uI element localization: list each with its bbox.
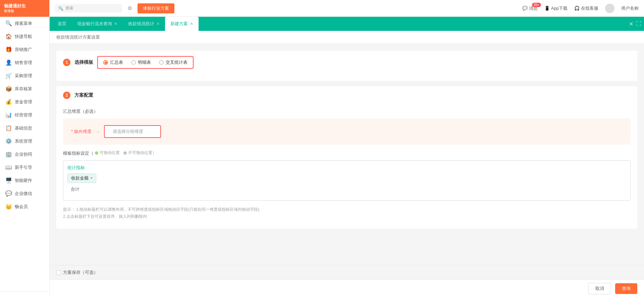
tab-new-plan[interactable]: 新建方案✕ [165,17,199,31]
quick-nav-icon: 🏠 [5,33,12,40]
username: 用户名称 [621,5,639,11]
logo-text: 畅捷通好生 [4,3,26,9]
search-icon: 🔍 [58,6,63,11]
draggable-dot [95,151,98,155]
metrics-label: 模板指标设定（ 可拖动位置 不可拖动位置） [63,150,156,156]
sidebar-label-system: 系统管理 [15,138,32,144]
avatar[interactable] [605,4,614,13]
step1-label: 选择模板 [74,59,93,65]
close-window-icon[interactable]: ✕ [629,21,633,27]
operations-icon: 📊 [5,112,12,118]
query-button[interactable]: 查询 [615,283,637,294]
topbar-search[interactable]: 🔍 搜索 [55,4,122,12]
basic-info-icon: 📋 [5,125,12,131]
download-icon: 📱 [544,6,550,11]
sidebar-label-member: 畅会员 [15,204,28,210]
message-button[interactable]: 💬 消息 99+ [522,5,538,11]
tab-label-new-plan: 新建方案 [170,21,188,27]
tab-close-receipt-stat[interactable]: ✕ [156,21,160,26]
sidebar-item-finance[interactable]: 💰资金管理 [0,95,49,108]
message-badge: 99+ [532,3,541,7]
cancel-button[interactable]: 取消 [588,283,611,294]
tab-bank-flow[interactable]: 现金银行流水查询✕ [72,17,123,31]
sidebar-item-basic-info[interactable]: 📋基础信息 [0,121,49,135]
tab-receipt-stat[interactable]: 收款情况统计✕ [123,17,165,31]
main-area: 🔍 搜索 ⚙ 体验行业方案 💬 消息 99+ 📱 App下载 🎧 在线客服 用户… [50,0,644,297]
sidebar-item-marketing[interactable]: 🎁营销推广 [0,43,49,56]
sidebar-label-hardware: 智能硬件 [15,178,32,184]
save-plan-checkbox[interactable]: 方案保存（可选） [56,269,98,276]
step2-row: 2 方案配置 [63,92,631,99]
dimension-row: * 纵向维度 → 请选择分组维度 [71,125,623,138]
sidebar-item-sales[interactable]: 👤销售管理 [0,56,49,69]
sales-icon: 👤 [5,59,12,66]
sidebar-label-purchase: 采购管理 [15,73,32,79]
sidebar-label-inventory: 库存核算 [15,86,32,92]
content-body: 1 选择模板 汇总表明细表交叉统计表 2 方案配置 汇总维度（必选） * 纵向维… [50,44,644,265]
enterprise-icon: 🏢 [5,151,12,157]
dimension-select[interactable]: 请选择分组维度 [104,125,161,138]
template-options: 汇总表明细表交叉统计表 [97,56,194,69]
metric-tag-receipt[interactable]: 收款金额 ▾ [67,174,96,183]
content-area: 收款情况统计方案设置 1 选择模板 汇总表明细表交叉统计表 2 方案配置 汇总维 [50,31,644,280]
arrow-icon: → [96,129,100,134]
online-service-button[interactable]: 🎧 在线客服 [574,5,598,11]
action-bar: 取消 查询 [50,280,644,297]
chevron-down-icon: ▾ [91,176,93,180]
hardware-icon: 🖥️ [5,177,12,184]
settings-icon[interactable]: ⚙ [127,5,132,11]
content-footer: 方案保存（可选） [50,265,644,280]
trial-button[interactable]: 体验行业方案 [138,3,174,13]
page-title: 收款情况统计方案设置 [50,31,644,44]
sidebar-item-guide[interactable]: 📖新手引导 [0,161,49,174]
app-download-button[interactable]: 📱 App下载 [544,5,568,11]
radio-option-summary[interactable]: 汇总表 [103,59,123,65]
sidebar: 畅捷通好生 标准版 🔍搜索菜单🏠快捷导航🎁营销推广👤销售管理🛒采购管理📦库存核算… [0,0,50,297]
topbar-right: 💬 消息 99+ 📱 App下载 🎧 在线客服 用户名称 [522,4,639,13]
member-icon: 👑 [5,203,12,210]
sidebar-label-quick-nav: 快捷导航 [15,34,32,40]
sidebar-item-search-menu[interactable]: 🔍搜索菜单 [0,17,49,30]
checkbox-box [56,270,61,275]
sidebar-item-operations[interactable]: 📊经营管理 [0,108,49,121]
sidebar-label-finance: 资金管理 [15,99,32,105]
topbar: 🔍 搜索 ⚙ 体验行业方案 💬 消息 99+ 📱 App下载 🎧 在线客服 用户… [50,0,644,17]
tab-label-bank-flow: 现金银行流水查询 [77,21,112,27]
purchase-icon: 🛒 [5,72,12,79]
vertical-label: * 纵向维度 [71,129,92,135]
search-menu-icon: 🔍 [5,20,12,27]
step1-section: 1 选择模板 汇总表明细表交叉统计表 [56,51,637,81]
tab-close-bank-flow[interactable]: ✕ [114,21,117,26]
sidebar-item-wechat[interactable]: 💬企业微信 [0,187,49,200]
dimension-title: 汇总维度（必选） [63,108,631,114]
radio-option-cross[interactable]: 交叉统计表 [159,59,187,65]
tab-home[interactable]: 首页 [52,17,72,31]
radio-option-detail[interactable]: 明细表 [131,59,151,65]
sidebar-item-hardware[interactable]: 🖥️智能硬件 [0,174,49,187]
service-icon: 🎧 [574,6,580,11]
maximize-icon[interactable]: ⛶ [636,21,641,27]
radio-circle-cross [159,60,164,65]
sidebar-item-member[interactable]: 👑畅会员 [0,200,49,213]
metrics-header: 模板指标设定（ 可拖动位置 不可拖动位置） [63,150,631,156]
search-placeholder: 搜索 [65,5,73,11]
inventory-icon: 📦 [5,86,12,92]
sidebar-item-purchase[interactable]: 🛒采购管理 [0,69,49,82]
sidebar-label-guide: 新手引导 [15,164,32,170]
draggable-indicator: 可拖动位置 [95,150,120,156]
sidebar-item-system[interactable]: ⚙️系统管理 [0,135,49,148]
step1-row: 1 选择模板 汇总表明细表交叉统计表 [63,56,631,69]
tab-close-new-plan[interactable]: ✕ [190,21,193,26]
sidebar-item-quick-nav[interactable]: 🏠快捷导航 [0,30,49,43]
finance-icon: 💰 [5,99,12,105]
logo-sub: 标准版 [4,9,26,13]
radio-circle-summary [103,60,108,65]
radio-circle-detail [131,60,136,65]
metrics-total-row: 合计 [67,184,626,194]
sidebar-bottom [0,291,49,297]
sidebar-logo: 畅捷通好生 标准版 [0,0,49,17]
step2-section: 2 方案配置 汇总维度（必选） * 纵向维度 → 请选择分组维度 [56,86,637,229]
sidebar-item-enterprise[interactable]: 🏢企业协同 [0,148,49,161]
radio-label-summary: 汇总表 [110,59,123,65]
sidebar-item-inventory[interactable]: 📦库存核算 [0,82,49,95]
